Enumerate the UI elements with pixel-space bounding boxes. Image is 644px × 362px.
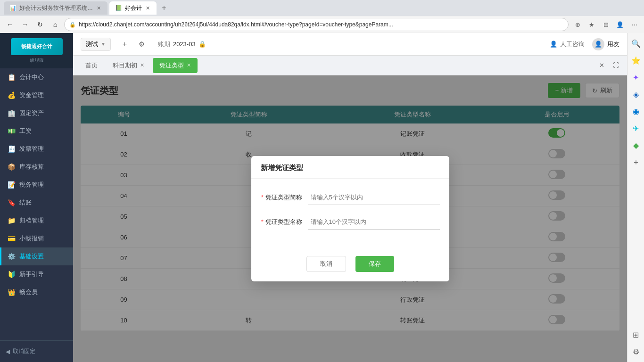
tab-subject-close-icon[interactable]: ✕: [140, 62, 144, 68]
tab-voucher-type[interactable]: 凭证类型 ✕: [153, 58, 198, 73]
right-settings-button[interactable]: ⚙: [629, 345, 643, 358]
right-blue-btn[interactable]: ◈: [629, 88, 643, 101]
app-container: 畅捷通好合计 旗舰版 📋 会计中心 💰 资金管理 🏢 固定资产 💵 工资 �: [0, 33, 644, 362]
settings-gear-button[interactable]: ⚙: [135, 38, 149, 51]
tab2-label: 好会计: [125, 4, 142, 12]
sidebar-item-salary[interactable]: 💵 工资: [0, 122, 73, 140]
main-content: 测试 ▼ ＋ ⚙ 账期 2023-03 🔒 👤 人工咨询 👤 用友: [73, 33, 627, 362]
tab-home[interactable]: 首页: [79, 58, 104, 73]
profile-button[interactable]: 👤: [614, 18, 626, 31]
header-right: 👤 人工咨询 👤 用友: [550, 38, 619, 50]
user-name: 用友: [607, 40, 619, 49]
browser-tab-1[interactable]: 📊 好会计云财务软件管理系统_会计 ✕: [4, 1, 107, 15]
tab-expand-buttons: ✕ ⛶: [596, 60, 621, 71]
sidebar-label-settings: 基础设置: [19, 252, 44, 261]
cancel-pin-button[interactable]: ◀ 取消固定: [6, 345, 67, 358]
capital-icon: 💰: [7, 91, 16, 99]
abbr-label: 凭证类型简称: [261, 193, 308, 202]
right-plus-button[interactable]: ＋: [629, 156, 643, 169]
right-green-button[interactable]: ◆: [629, 139, 643, 152]
period-label: 账期: [158, 40, 170, 49]
guide-icon: 🔰: [7, 270, 16, 279]
salary-icon: 💵: [7, 127, 16, 135]
sidebar-item-tax[interactable]: 📝 税务管理: [0, 176, 73, 194]
tab-fullscreen-button[interactable]: ⛶: [610, 60, 621, 71]
right-search-button[interactable]: 🔍: [629, 37, 643, 50]
address-lock-icon: 🔒: [69, 22, 76, 28]
sidebar-item-fixed-assets[interactable]: 🏢 固定资产: [0, 104, 73, 122]
sidebar-item-expense[interactable]: 💳 小畅报销: [0, 230, 73, 247]
sidebar-item-archive[interactable]: 📁 归档管理: [0, 212, 73, 230]
sidebar-item-inventory[interactable]: 📦 库存核算: [0, 158, 73, 176]
consulting-button[interactable]: 👤 人工咨询: [550, 40, 585, 49]
sidebar-item-dashboard[interactable]: 📋 会计中心: [0, 68, 73, 86]
name-input[interactable]: [308, 214, 440, 230]
brand-version: 旗舰版: [30, 57, 44, 64]
workspace-name: 测试: [86, 40, 98, 49]
workspace-selector[interactable]: 测试 ▼: [81, 38, 111, 51]
modal-header: 新增凭证类型: [251, 156, 449, 179]
modal-cancel-button[interactable]: 取消: [306, 256, 346, 272]
tab2-favicon: 📗: [115, 5, 122, 11]
bookmark-button[interactable]: ★: [586, 18, 598, 31]
add-workspace-button[interactable]: ＋: [118, 38, 132, 51]
abbr-input[interactable]: [308, 190, 440, 205]
sidebar-label-tax: 税务管理: [19, 181, 44, 189]
sidebar-brand: 畅捷通好合计 旗舰版: [0, 33, 73, 68]
sidebar-label-guide: 新手引导: [19, 270, 44, 279]
period-lock-icon: 🔒: [198, 41, 206, 48]
sidebar-item-settings[interactable]: ⚙️ 基础设置: [0, 247, 73, 265]
sidebar: 畅捷通好合计 旗舰版 📋 会计中心 💰 资金管理 🏢 固定资产 💵 工资 �: [0, 33, 73, 362]
sidebar-item-member[interactable]: 👑 畅会员: [0, 283, 73, 301]
right-grid-button[interactable]: ⊞: [629, 328, 643, 341]
new-tab-button[interactable]: +: [158, 2, 170, 14]
tab2-close-icon[interactable]: ✕: [145, 4, 151, 12]
right-plug-button[interactable]: ✦: [629, 71, 643, 84]
nav-refresh-button[interactable]: ↻: [34, 18, 46, 31]
invoice-icon: 🧾: [7, 145, 16, 153]
form-row-abbr: 凭证类型简称: [261, 190, 440, 205]
browser-tab-2[interactable]: 📗 好会计 ✕: [109, 1, 157, 15]
modal-footer: 取消 保存: [251, 250, 449, 281]
member-icon: 👑: [7, 288, 16, 296]
user-info[interactable]: 👤 用友: [592, 38, 619, 50]
more-button[interactable]: ⋯: [628, 18, 640, 31]
grid-button[interactable]: ⊞: [600, 18, 612, 31]
nav-forward-button[interactable]: →: [19, 18, 31, 31]
sidebar-label-expense: 小畅报销: [19, 234, 44, 243]
brand-logo: 畅捷通好合计: [11, 38, 63, 55]
header-actions: ＋ ⚙: [118, 38, 149, 51]
consulting-label: 人工咨询: [560, 40, 585, 49]
app-header: 测试 ▼ ＋ ⚙ 账期 2023-03 🔒 👤 人工咨询 👤 用友: [73, 33, 627, 56]
name-label: 凭证类型名称: [261, 218, 308, 226]
consulting-icon: 👤: [550, 41, 557, 48]
modal-save-button[interactable]: 保存: [355, 256, 394, 272]
right-feather-button[interactable]: ✈: [629, 122, 643, 135]
tab-subject[interactable]: 科目期初 ✕: [106, 58, 151, 73]
right-outlook-button[interactable]: ◉: [629, 105, 643, 118]
sidebar-label-settlement: 结账: [19, 198, 32, 207]
tab-voucher-type-label: 凭证类型: [159, 61, 184, 70]
right-panel: 🔍 ⭐ ✦ ◈ ◉ ✈ ◆ ＋ ⊞ ⚙: [627, 33, 644, 362]
nav-home-button[interactable]: ⌂: [49, 18, 61, 31]
address-bar[interactable]: 🔒 https://cloud2.chanjet.com/accounting/…: [64, 18, 569, 31]
nav-back-button[interactable]: ←: [4, 18, 16, 31]
settlement-icon: 🔖: [7, 198, 16, 207]
sidebar-label-dashboard: 会计中心: [19, 73, 44, 82]
sidebar-item-guide[interactable]: 🔰 新手引导: [0, 265, 73, 283]
sidebar-label-salary: 工资: [19, 127, 32, 135]
workspace-arrow-icon: ▼: [101, 41, 106, 47]
sidebar-item-invoice[interactable]: 🧾 发票管理: [0, 140, 73, 158]
tax-icon: 📝: [7, 181, 16, 189]
form-row-name: 凭证类型名称: [261, 214, 440, 230]
tab-collapse-button[interactable]: ✕: [596, 60, 607, 71]
sidebar-label-invoice: 发票管理: [19, 145, 44, 153]
tab1-close-icon[interactable]: ✕: [96, 4, 102, 12]
right-star-button[interactable]: ⭐: [629, 54, 643, 67]
extensions-button[interactable]: ⊕: [571, 18, 584, 31]
sidebar-item-capital[interactable]: 💰 资金管理: [0, 86, 73, 104]
dashboard-icon: 📋: [7, 73, 16, 82]
expense-icon: 💳: [7, 234, 16, 243]
tab-voucher-type-close-icon[interactable]: ✕: [187, 62, 191, 68]
sidebar-item-settlement[interactable]: 🔖 结账: [0, 194, 73, 212]
